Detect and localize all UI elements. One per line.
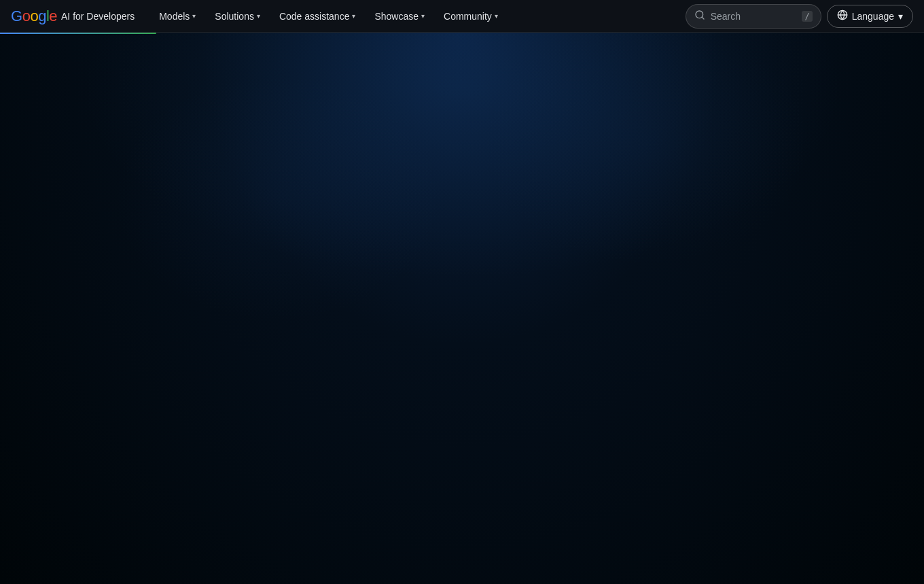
- logo-letter-o1: o: [22, 7, 31, 24]
- nav-item-community[interactable]: Community ▾: [436, 7, 506, 26]
- main-content: [0, 33, 924, 584]
- logo-letter-g: G: [11, 7, 22, 24]
- language-chevron-icon: ▾: [898, 11, 903, 22]
- loading-bar: [0, 33, 156, 34]
- chevron-down-icon: ▾: [192, 12, 196, 20]
- chevron-down-icon: ▾: [495, 12, 498, 20]
- nav-links: Models ▾ Solutions ▾ Code assistance ▾ S…: [151, 7, 686, 26]
- google-logo: Google: [11, 8, 57, 24]
- language-label: Language: [852, 11, 894, 22]
- logo-letter-g2: g: [38, 7, 46, 24]
- chevron-down-icon: ▾: [421, 12, 425, 20]
- nav-item-code-assistance[interactable]: Code assistance ▾: [271, 7, 364, 26]
- search-shortcut: /: [802, 11, 812, 22]
- nav-item-models[interactable]: Models ▾: [151, 7, 204, 26]
- chevron-down-icon: ▾: [257, 12, 260, 20]
- logo-letter-e: e: [49, 7, 57, 24]
- site-name: AI for Developers: [61, 11, 135, 22]
- globe-icon: [837, 10, 848, 23]
- navbar: Google AI for Developers Models ▾ Soluti…: [0, 0, 924, 33]
- chevron-down-icon: ▾: [352, 12, 355, 20]
- search-placeholder: Search: [711, 11, 797, 22]
- nav-right: Search / Language ▾: [686, 4, 913, 29]
- nav-item-showcase[interactable]: Showcase ▾: [366, 7, 433, 26]
- search-icon: [694, 10, 705, 23]
- logo-letter-o2: o: [30, 7, 38, 24]
- nav-item-solutions[interactable]: Solutions ▾: [207, 7, 268, 26]
- language-button[interactable]: Language ▾: [827, 5, 913, 28]
- search-bar[interactable]: Search /: [686, 4, 821, 29]
- svg-line-1: [702, 17, 704, 19]
- site-logo[interactable]: Google AI for Developers: [11, 8, 135, 24]
